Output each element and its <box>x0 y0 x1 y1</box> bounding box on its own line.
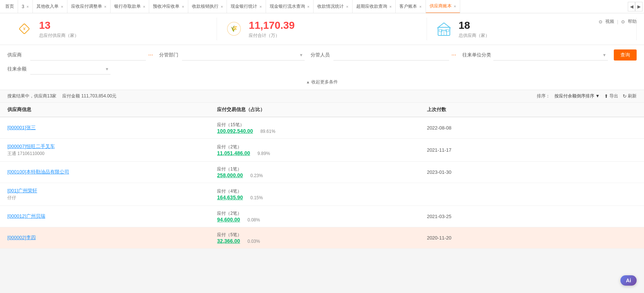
tx-info-cell: 应付（1笔）258,000.000.23% <box>217 166 427 178</box>
nav-tab-customer-ledger-label: 客户账本 <box>399 3 417 10</box>
tx-label: 应付（2笔） <box>217 210 427 217</box>
top-right-links: ⊙ 视频 | ⊙ 帮助 <box>599 18 637 25</box>
table-row: [000001]张三应付（15笔）100,092,540.0089.61%202… <box>0 117 644 139</box>
balance-filter-input[interactable] <box>30 63 111 75</box>
svg-text:🌾: 🌾 <box>230 25 238 32</box>
close-tab-supplier-ledger[interactable]: × <box>454 4 456 8</box>
nav-tab-overdue-ar[interactable]: 超期应收款查询 × <box>353 0 396 13</box>
svg-rect-7 <box>439 30 442 32</box>
person-filter-label: 分管人员 <box>311 52 331 58</box>
table-header: 供应商信息 应付交易信息（占比） 上次付数 <box>0 103 644 117</box>
chevron-up-icon: ▲ <box>306 80 310 84</box>
close-tab-payment-verify[interactable]: × <box>221 4 223 9</box>
nav-tab-ar-ap-adjust-label: 应收应付调整单 <box>71 3 102 10</box>
supplier-name-link[interactable]: [000001]张三 <box>7 124 217 131</box>
nav-tab-cash-bank-query[interactable]: 现金银行流水查询 × <box>266 0 314 13</box>
close-tab-other-income[interactable]: × <box>61 4 63 9</box>
divider: | <box>617 19 618 24</box>
filter-item-person: 分管人员 ··· <box>311 49 456 61</box>
nav-tab-cash-bank-query-label: 现金银行流水查询 <box>270 3 305 10</box>
table-body: [000001]张三应付（15笔）100,092,540.0089.61%202… <box>0 117 644 249</box>
close-tab-receipt-stat[interactable]: × <box>346 4 348 9</box>
nav-tab-customer-ledger[interactable]: 客户账本 × <box>396 0 426 13</box>
supplier-name-link[interactable]: [000002]李四 <box>7 234 217 241</box>
close-tab-bank-deposit[interactable]: × <box>143 4 145 9</box>
nav-tab-3[interactable]: 3 × <box>18 0 33 13</box>
close-tab-3[interactable]: × <box>27 4 29 9</box>
collapse-filter-button[interactable]: ▲ 收起更多条件 <box>7 77 637 87</box>
supplier-name-link[interactable]: [001]广州荣轩 <box>7 187 217 194</box>
nav-tab-payment-verify[interactable]: 收款核销执行 × <box>188 0 227 13</box>
close-tab-cash-bank-stat[interactable]: × <box>259 4 262 9</box>
nav-tab-ar-ap-adjust[interactable]: 应收应付调整单 × <box>67 0 111 13</box>
close-tab-advance-ar[interactable]: × <box>182 4 184 9</box>
help-link[interactable]: 帮助 <box>628 18 637 25</box>
refresh-button[interactable]: ↻ 刷新 <box>623 93 637 99</box>
svg-text:¥: ¥ <box>23 27 26 31</box>
tx-label: 应付（2笔） <box>217 144 427 150</box>
video-icon: ⊙ <box>599 19 602 24</box>
sort-label: 排序： <box>537 93 550 99</box>
tx-percent: 0.23% <box>250 173 263 178</box>
supplier-table: 供应商信息 应付交易信息（占比） 上次付数 [000001]张三应付（15笔）1… <box>0 103 644 249</box>
filter-item-balance: 往来余额 ▼ <box>7 63 111 75</box>
balance-select-wrap: ▼ <box>30 63 111 75</box>
tx-amount[interactable]: 164,635.90 <box>217 194 243 200</box>
summary-content-total-payable: 11,170.39 应付合计（万） <box>249 19 295 39</box>
nav-tab-supplier-ledger[interactable]: 供应商账本 × <box>426 0 460 13</box>
tx-amount[interactable]: 11,051,486.00 <box>217 150 250 156</box>
query-button[interactable]: 查询 <box>614 49 637 61</box>
close-tab-ar-ap-adjust[interactable]: × <box>104 4 106 9</box>
video-link[interactable]: 视频 <box>605 18 614 25</box>
supplier-name-link[interactable]: [000007]恒旺二手叉车 <box>7 143 217 150</box>
tx-percent: 89.61% <box>260 129 276 134</box>
nav-tab-payment-verify-label: 收款核销执行 <box>192 3 218 10</box>
sort-select[interactable]: 按应付余额倒序排序 ▼ <box>554 93 600 99</box>
table-row: [001]广州荣轩仔仔应付（4笔）164,635.900.15% <box>0 183 644 206</box>
nav-tab-home[interactable]: 首页 <box>1 0 18 13</box>
nav-tab-cash-bank-stat[interactable]: 现金银行统计 × <box>227 0 266 13</box>
supplier-filter-dots[interactable]: ··· <box>148 52 153 58</box>
filter-row-1: 供应商 ··· 分管部门 ▼ 分管人员 ··· 往来单位分类 ▼ 查询 <box>7 49 637 61</box>
supplier-name-link[interactable]: [000012]广州贝瑞 <box>7 213 217 220</box>
tx-percent: 0.15% <box>250 195 263 200</box>
nav-tab-bank-deposit[interactable]: 银行存取款单 × <box>111 0 149 13</box>
filter-area: 供应商 ··· 分管部门 ▼ 分管人员 ··· 往来单位分类 ▼ 查询 <box>0 45 644 90</box>
nav-tab-cash-bank-stat-label: 现金银行统计 <box>231 3 257 10</box>
export-button[interactable]: ⬆ 导出 <box>604 93 618 99</box>
table-row: [000002]李四应付（5笔）32,366.000.03%2020-11-20 <box>0 227 644 249</box>
nav-tab-other-income[interactable]: 其他收入单 × <box>33 0 67 13</box>
supplier-info-cell: [000012]广州贝瑞 <box>7 213 217 220</box>
total-suppliers-label: 总供应商（家） <box>459 32 490 39</box>
tx-amount[interactable]: 258,000.00 <box>217 172 243 178</box>
results-amount-text: 应付金额 111,703,854.00元 <box>62 93 116 99</box>
nav-tab-receipt-stat[interactable]: 收款情况统计 × <box>314 0 352 13</box>
close-tab-customer-ledger[interactable]: × <box>419 4 421 9</box>
filter-item-dept: 分管部门 ▼ <box>159 49 305 61</box>
help-icon: ⊙ <box>621 19 625 24</box>
filter-row-2: 往来余额 ▼ <box>7 63 637 75</box>
tx-amount[interactable]: 94,600.00 <box>217 217 240 223</box>
supplier-filter-input[interactable] <box>30 49 146 61</box>
nav-tab-advance-ar[interactable]: 预收冲应收单 × <box>149 0 188 13</box>
summary-card-total-payable: 🌾 11,170.39 应付合计（万） <box>217 18 427 40</box>
nav-prev-button[interactable]: ◀ <box>628 2 635 11</box>
tx-amount[interactable]: 100,092,540.00 <box>217 128 253 134</box>
supplier-name-link[interactable]: [000100]本特勒油品有限公司 <box>7 169 217 175</box>
close-tab-cash-bank-query[interactable]: × <box>307 4 309 9</box>
svg-rect-8 <box>446 30 449 32</box>
person-filter-dots[interactable]: ··· <box>451 52 456 58</box>
nav-tab-bank-deposit-label: 银行存取款单 <box>114 3 141 10</box>
summary-card-payable-suppliers: ¥ 13 总应付供应商（家） <box>7 18 217 40</box>
person-filter-input[interactable] <box>333 49 449 61</box>
tx-info-cell: 应付（2笔）94,600.000.08% <box>217 210 427 223</box>
nav-next-button[interactable]: ▶ <box>635 2 643 11</box>
tx-amount[interactable]: 32,366.00 <box>217 238 240 244</box>
dept-filter-input[interactable] <box>182 49 305 61</box>
payable-suppliers-label: 总应付供应商（家） <box>39 32 79 39</box>
close-tab-overdue-ar[interactable]: × <box>389 4 392 9</box>
filter-item-supplier: 供应商 ··· <box>7 49 153 61</box>
export-label: 导出 <box>609 93 618 99</box>
category-filter-input[interactable] <box>493 49 608 61</box>
last-pay-date: 2021-03-25 <box>427 214 637 219</box>
